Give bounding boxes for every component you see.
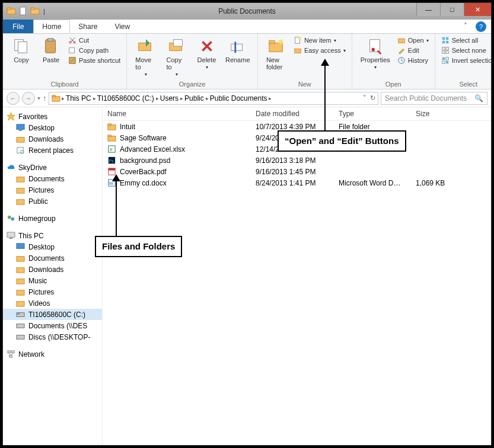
open-button[interactable]: Open ▾ — [397, 36, 429, 44]
nav-item-sd-pictures[interactable]: Pictures — [3, 184, 102, 196]
svg-rect-52 — [7, 232, 15, 237]
window-title: Public Documents — [218, 7, 276, 15]
copy-path-button[interactable]: Copy path — [68, 46, 120, 55]
nav-item-recent[interactable]: Recent places — [3, 145, 102, 156]
close-button[interactable]: ✕ — [464, 3, 491, 16]
copy-to-icon — [168, 37, 186, 55]
move-to-button[interactable]: Move to▾ — [133, 36, 159, 78]
folder-icon — [16, 197, 25, 206]
nav-item-downloads[interactable]: Downloads — [3, 133, 102, 145]
col-date[interactable]: Date modified — [251, 107, 334, 120]
nav-thispc[interactable]: This PC — [3, 230, 102, 241]
nav-item-pc-netdiscs[interactable]: Discs (\\DESKTOP- — [3, 331, 102, 343]
nav-item-pc-music[interactable]: Music — [3, 275, 102, 286]
ribbon-tabs: File Home Share View ˄ ? — [3, 20, 491, 34]
tab-home[interactable]: Home — [33, 20, 70, 33]
paste-button[interactable]: Paste — [39, 36, 63, 65]
svg-rect-23 — [295, 49, 301, 53]
nav-network[interactable]: Network — [3, 348, 102, 360]
list-item[interactable]: Psbackground.psd9/16/2013 3:18 PM — [103, 155, 491, 166]
svg-rect-37 — [446, 57, 448, 60]
copy-to-button[interactable]: Copy to▾ — [164, 36, 189, 78]
folder-icon — [16, 276, 25, 285]
select-all-button[interactable]: Select all — [441, 36, 492, 44]
nav-item-sd-documents[interactable]: Documents — [3, 173, 102, 184]
edit-button[interactable]: Edit — [397, 46, 429, 55]
svg-rect-32 — [442, 47, 444, 50]
easy-access-button[interactable]: Easy access ▾ — [294, 46, 346, 55]
col-size[interactable]: Size — [411, 107, 458, 120]
group-label-clipboard: Clipboard — [9, 79, 120, 88]
list-item[interactable]: WEmmy cd.docx8/24/2013 1:41 PMMicrosoft … — [103, 177, 491, 188]
path-icon — [68, 46, 77, 55]
select-none-button[interactable]: Select none — [441, 46, 492, 55]
folder-icon — [16, 174, 25, 183]
paste-icon — [42, 37, 60, 55]
history-button[interactable]: History — [397, 56, 429, 65]
rename-button[interactable]: Rename — [224, 36, 251, 65]
recent-icon — [16, 146, 25, 155]
nav-item-pc-drive-c[interactable]: TI10658600C (C:) — [3, 309, 102, 320]
ribbon-group-open: Properties▾ Open ▾ Edit History Open — [352, 34, 435, 89]
group-label-new: New — [264, 79, 346, 88]
arrow-head-up-icon — [112, 174, 120, 181]
new-folder-button[interactable]: New folder — [264, 36, 289, 72]
svg-rect-76 — [109, 168, 115, 171]
nav-item-pc-downloads[interactable]: Downloads — [3, 264, 102, 275]
refresh-button[interactable]: ↻ — [370, 94, 375, 102]
svg-point-25 — [371, 48, 375, 52]
nav-homegroup[interactable]: Homegroup — [3, 213, 102, 224]
help-button[interactable]: ? — [476, 21, 486, 32]
svg-point-50 — [8, 216, 11, 219]
svg-rect-39 — [446, 61, 448, 63]
copy-button[interactable]: Copy — [9, 36, 34, 65]
dropdown-icon[interactable]: ˅ — [363, 94, 366, 102]
tab-view[interactable]: View — [106, 20, 139, 33]
cut-button[interactable]: Cut — [68, 36, 120, 44]
select-none-icon — [441, 46, 450, 55]
maximize-button[interactable]: □ — [440, 3, 464, 16]
svg-rect-4 — [31, 8, 34, 9]
cloud-icon — [7, 163, 15, 172]
up-button[interactable]: ↑ — [43, 94, 46, 103]
nav-skydrive[interactable]: SkyDrive — [3, 162, 102, 173]
recent-locations[interactable]: ▾ — [37, 95, 40, 101]
svg-rect-44 — [17, 137, 24, 142]
desktop-icon — [16, 123, 25, 132]
ribbon-collapse[interactable]: ˄ — [460, 20, 471, 33]
svg-rect-2 — [20, 7, 26, 15]
svg-rect-53 — [9, 238, 13, 239]
history-icon — [397, 56, 406, 65]
invert-selection-button[interactable]: Invert selection — [441, 56, 492, 65]
nav-favorites[interactable]: Favorites — [3, 111, 102, 122]
search-icon: 🔍 — [474, 94, 483, 103]
search-input[interactable]: Search Public Documents 🔍 — [381, 92, 487, 105]
tab-share[interactable]: Share — [70, 20, 106, 33]
list-item[interactable]: CoverBack.pdf9/16/2013 1:45 PM — [103, 166, 491, 177]
svg-rect-54 — [17, 244, 24, 248]
folder-icon — [16, 299, 25, 308]
tab-file[interactable]: File — [3, 20, 33, 33]
col-type[interactable]: Type — [334, 107, 411, 120]
nav-item-sd-public[interactable]: Public — [3, 196, 102, 207]
delete-button[interactable]: Delete▾ — [195, 36, 219, 71]
ribbon-group-clipboard: Copy Paste Cut Copy path Paste shortcut … — [3, 34, 127, 89]
nav-item-pc-videos[interactable]: Videos — [3, 297, 102, 309]
nav-item-pc-desktop[interactable]: Desktop — [3, 241, 102, 252]
breadcrumb[interactable]: ▸ This PC▸ TI10658600C (C:)▸ Users▸ Publ… — [49, 92, 378, 105]
nav-item-pc-netdocs[interactable]: Documents (\\DES — [3, 320, 102, 331]
svg-rect-41 — [52, 95, 56, 97]
forward-button[interactable]: → — [22, 92, 35, 105]
svg-rect-33 — [446, 47, 448, 50]
col-name[interactable]: Name — [103, 107, 251, 120]
rename-icon — [229, 37, 247, 55]
new-item-button[interactable]: New item ▾ — [294, 36, 346, 44]
nav-item-pc-documents[interactable]: Documents — [3, 252, 102, 264]
paste-shortcut-button[interactable]: Paste shortcut — [68, 56, 120, 65]
nav-item-desktop[interactable]: Desktop — [3, 122, 102, 133]
nav-item-pc-pictures[interactable]: Pictures — [3, 286, 102, 297]
column-headers[interactable]: Name Date modified Type Size — [103, 107, 491, 121]
back-button[interactable]: ← — [7, 92, 20, 105]
properties-button[interactable]: Properties▾ — [358, 36, 393, 71]
minimize-button[interactable]: — — [416, 3, 440, 16]
